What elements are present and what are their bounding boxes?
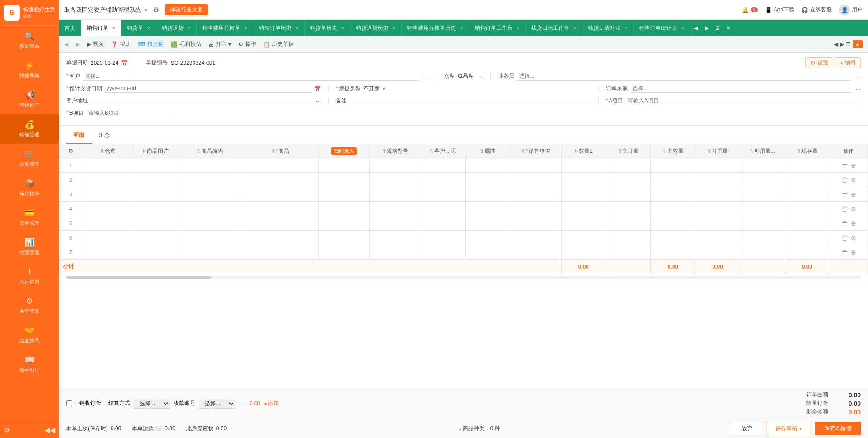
tab-sales-order[interactable]: 销售订单 ✕	[81, 20, 121, 36]
sidebar-item-system[interactable]: ⚙ 系统管理	[0, 291, 59, 320]
toolbar-print[interactable]: 🖨 打印 ▾	[209, 40, 231, 48]
sidebar-item-guide[interactable]: 📖 新手引导	[0, 350, 59, 379]
settings-btn[interactable]: ⚙ 设置	[805, 57, 833, 68]
row-7-scan[interactable]	[319, 245, 370, 260]
row-5-qty2[interactable]	[561, 216, 606, 231]
row-7-unit[interactable]	[510, 245, 561, 260]
th-settings[interactable]: ⚙	[59, 144, 82, 158]
row-1-delete-btn[interactable]: 🗑	[840, 161, 849, 170]
row-1-code[interactable]	[178, 158, 242, 173]
row-6-scan[interactable]	[319, 231, 370, 245]
row-1-main-unit[interactable]	[606, 158, 651, 173]
row-7-attr[interactable]	[466, 245, 510, 260]
warehouse-more-btn[interactable]: ···	[478, 73, 484, 80]
row-4-scan[interactable]	[319, 202, 370, 216]
sidebar-item-marketing[interactable]: 📢 营销推广	[0, 85, 59, 114]
row-1-image[interactable]	[133, 158, 178, 173]
sidebar-item-search[interactable]: 🔍 搜索菜单	[0, 26, 59, 55]
tab-order-stats[interactable]: 销售订单统计表 ✕	[634, 20, 690, 36]
row-5-available[interactable]	[695, 216, 740, 231]
row-5-warehouse[interactable]	[82, 216, 133, 231]
tab-home[interactable]: 首页	[59, 20, 81, 36]
th-code[interactable]: ⇅商品编码	[178, 144, 242, 158]
row-4-warehouse[interactable]	[82, 202, 133, 216]
order-source-more-btn[interactable]: ···	[855, 85, 861, 92]
row-5-unit[interactable]	[510, 216, 561, 231]
calendar-icon[interactable]: 📅	[314, 86, 321, 92]
row-3-copy-btn[interactable]: ⊕	[850, 190, 857, 199]
row-5-code[interactable]	[178, 216, 242, 231]
tab-close-daily-reconcile[interactable]: ✕	[624, 26, 628, 31]
row-1-attr[interactable]	[466, 158, 510, 173]
toolbar-help[interactable]: ❓ 帮助	[111, 40, 131, 48]
tab-close-order-workbench[interactable]: ✕	[516, 26, 520, 31]
row-2-attr[interactable]	[466, 173, 510, 187]
tab-order-workbench[interactable]: 销售订单工作台 ✕	[469, 20, 526, 36]
row-4-main-unit[interactable]	[606, 202, 651, 216]
row-5-scan[interactable]	[319, 216, 370, 231]
row-4-goods[interactable]	[242, 202, 318, 216]
row-2-main-unit[interactable]	[606, 173, 651, 187]
row-7-customer-code[interactable]	[421, 245, 466, 260]
row-4-customer-code[interactable]	[421, 202, 466, 216]
tab-daily-reconcile[interactable]: 钱货日清对账 ✕	[582, 20, 634, 36]
th-spec[interactable]: ⇅规格型号	[369, 144, 421, 158]
row-5-main-qty[interactable]	[650, 216, 695, 231]
tab-close-sales-order-history[interactable]: ✕	[295, 26, 299, 31]
row-4-copy-btn[interactable]: ⊕	[850, 204, 857, 213]
scrollbar-thumb[interactable]	[66, 276, 211, 279]
row-7-image[interactable]	[133, 245, 178, 260]
row-7-qty2[interactable]	[561, 245, 606, 260]
row-6-customer-code[interactable]	[421, 231, 466, 245]
row-2-qty2[interactable]	[561, 173, 606, 187]
row-1-main-qty[interactable]	[650, 158, 695, 173]
sidebar-item-enterprise[interactable]: 🤝 企业协同	[0, 320, 59, 350]
row-2-copy-btn[interactable]: ⊕	[850, 175, 857, 184]
row-6-goods[interactable]	[242, 231, 318, 245]
tab-sales-order-history[interactable]: 销售订单历史 ✕	[253, 20, 305, 36]
row-7-stock[interactable]	[785, 245, 829, 260]
th-available2[interactable]: ⇅可用量...	[740, 144, 785, 158]
row-4-code[interactable]	[178, 202, 242, 216]
row-6-attr[interactable]	[466, 231, 510, 245]
row-3-scan[interactable]	[319, 187, 370, 202]
remark-input[interactable]	[349, 96, 591, 105]
account-more-btn[interactable]: ···	[241, 400, 246, 407]
save-draft-btn[interactable]: 保存草稿 ▾	[766, 422, 811, 435]
row-6-qty2[interactable]	[561, 231, 606, 245]
row-7-main-qty[interactable]	[650, 245, 695, 260]
row-1-qty2[interactable]	[561, 158, 606, 173]
toolbar-operations[interactable]: ⚙ 操作	[238, 40, 256, 48]
row-1-stock[interactable]	[785, 158, 829, 173]
row-7-goods[interactable]	[242, 245, 318, 260]
tab-close-sales-return[interactable]: ✕	[187, 26, 191, 31]
row-2-stock[interactable]	[785, 173, 829, 187]
tab-sales-invoice[interactable]: 销货单 ✕	[121, 20, 156, 36]
row-3-spec[interactable]	[369, 187, 421, 202]
online-service-btn[interactable]: 🎧 在线客服	[801, 6, 832, 14]
row-2-code[interactable]	[178, 173, 242, 187]
tab-return-history[interactable]: 销货退货历史 ✕	[350, 20, 402, 36]
tab-close-sales-order[interactable]: ✕	[112, 26, 116, 31]
row-1-unit[interactable]	[510, 158, 561, 173]
tab-close-sales-invoice[interactable]: ✕	[147, 26, 150, 31]
row-5-spec[interactable]	[369, 216, 421, 231]
row-5-delete-btn[interactable]: 🗑	[840, 219, 849, 228]
add-payment-btn[interactable]: ● 添加	[264, 399, 279, 407]
row-1-customer-code[interactable]	[421, 158, 466, 173]
toolbar-profit-estimate[interactable]: 💹 毛利预估	[171, 40, 201, 48]
tab-expand-btn[interactable]: ✕	[723, 20, 734, 36]
th-scan[interactable]: 扫码录入	[319, 144, 370, 158]
detail-tab-summary[interactable]: 汇总	[92, 130, 117, 144]
tab-prev-btn[interactable]: ◀	[690, 20, 701, 36]
toolbar-video[interactable]: ▶ 视频	[87, 40, 104, 48]
row-6-spec[interactable]	[369, 231, 421, 245]
row-4-spec[interactable]	[369, 202, 421, 216]
order-source-input[interactable]	[630, 84, 851, 93]
row-1-scan[interactable]	[319, 158, 370, 173]
staff-more-btn[interactable]: ···	[855, 73, 861, 80]
row-2-delete-btn[interactable]: 🗑	[840, 175, 849, 184]
row-5-stock[interactable]	[785, 216, 829, 231]
row-2-scan[interactable]	[319, 173, 370, 187]
tab-close-daily-clear-workbench[interactable]: ✕	[573, 26, 577, 31]
